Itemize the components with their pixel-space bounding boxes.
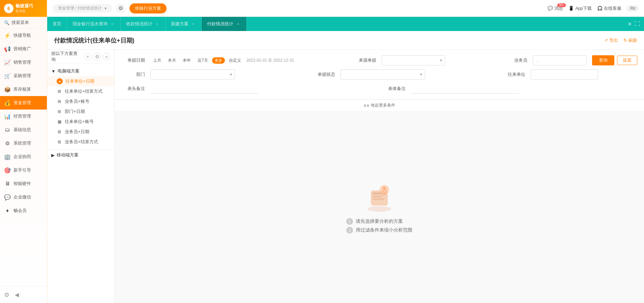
phone-icon: 📱 (568, 6, 574, 11)
logo-icon: 6 (4, 4, 13, 13)
date-btn-more[interactable]: 更多 (212, 57, 225, 64)
tab-home-label: 首页 (53, 21, 61, 27)
date-btn-7days[interactable]: 近7天 (195, 57, 211, 64)
gear-icon: ⚙ (95, 54, 99, 59)
scheme-item-unit-date[interactable]: ● 往来单位+日期 (47, 76, 114, 86)
user-avatar[interactable]: Rit (627, 5, 639, 11)
sidebar-item-wechat[interactable]: 💬 企业微信 (0, 190, 47, 204)
search-label: 搜索菜单 (11, 20, 29, 26)
date-btn-this-year[interactable]: 本年 (180, 57, 194, 64)
trial-btn[interactable]: 体验行业方案 (129, 3, 167, 13)
scheme-item-dept-date[interactable]: ⊞ 部门+日期 (47, 107, 114, 117)
unit-select[interactable]: ... (531, 69, 598, 80)
desktop-section-title[interactable]: ▼ 电脑端方案 (47, 66, 114, 76)
scheme-item-staff-settle[interactable]: ⊞ 业务员+结算方式 (47, 137, 114, 147)
collapse-panel-btn[interactable]: « (103, 53, 110, 60)
staff-select[interactable]: ... (533, 55, 587, 65)
date-btn-last-month[interactable]: 上月 (150, 57, 164, 64)
status-dropdown-icon: ▾ (420, 72, 422, 77)
add-scheme-btn[interactable]: + (84, 53, 91, 60)
collapse-icon: « (105, 54, 108, 59)
scheme-label: 业务员+日期 (65, 129, 89, 135)
unit-dots: ... (534, 72, 595, 77)
empty-tip-2: 2 用过滤条件来缩小分析范围 (346, 227, 412, 234)
sidebar-item-enterprise[interactable]: 🏢 企业协同 (0, 150, 47, 163)
enterprise-icon: 🏢 (4, 153, 11, 160)
tab-payment[interactable]: 付款情况统计 × (202, 17, 246, 31)
logo: 6 畅捷通巧 标准版 (0, 0, 47, 17)
svg-rect-4 (373, 199, 384, 200)
breadcrumb-dropdown-icon[interactable]: ▾ (105, 6, 107, 11)
user-name: Rit (630, 6, 635, 11)
scheme-item-staff-account[interactable]: ⊞ 业务员+账号 (47, 96, 114, 107)
sidebar-item-basic[interactable]: 🗂 基础信息 (0, 123, 47, 137)
sidebar-item-quick-nav[interactable]: ⚡ 快捷导航 (0, 29, 47, 42)
sidebar-item-marketing[interactable]: 📢 营销推广 (0, 42, 47, 56)
body-note-input[interactable] (411, 84, 519, 94)
sidebar-bottom: ⚙ ◀ (0, 286, 47, 303)
scheme-item-unit-settle[interactable]: ⊞ 往来单位+结算方式 (47, 86, 114, 96)
tab-bank-flow-label: 现金银行流水查询 (72, 21, 108, 27)
tab-maximize-btn[interactable]: ⛶ (635, 21, 640, 27)
sidebar-search[interactable]: 🔍 搜索菜单 (0, 17, 47, 29)
date-btn-custom[interactable]: 自定义 (226, 57, 244, 64)
collapse-bar[interactable]: ∧∧ 收起更多条件 (115, 99, 644, 111)
sidebar-item-system[interactable]: ⚙ 系统管理 (0, 137, 47, 150)
refresh-btn[interactable]: ↻ 刷新 (623, 37, 637, 43)
purchase-icon: 🛒 (4, 72, 11, 79)
collapse-sidebar-icon[interactable]: ◀ (15, 292, 19, 298)
tip-num-2: 2 (346, 227, 353, 234)
tab-new-scheme-close[interactable]: × (191, 21, 196, 27)
notifications-btn[interactable]: 💬 消息 99+ (548, 5, 563, 11)
tab-receipts-close[interactable]: × (154, 21, 160, 27)
sidebar-item-sales[interactable]: 📈 销售管理 (0, 56, 47, 69)
breadcrumb: 资金管理 / 付款情况统计 ▾ (53, 4, 112, 12)
tab-bank-flow-close[interactable]: × (110, 21, 115, 27)
chevron-down-icon: ▼ (51, 69, 56, 74)
status-select[interactable]: ▾ (341, 69, 425, 80)
sidebar-item-inventory[interactable]: 📦 库存核算 (0, 83, 47, 96)
query-btn[interactable]: 查询 (592, 55, 614, 65)
main-area: 资金管理 / 付款情况统计 ▾ ⚙ 体验行业方案 💬 消息 99+ 📱 App下… (47, 0, 644, 303)
tab-receipts[interactable]: 收款情况统计 × (121, 17, 166, 31)
header-settings-btn[interactable]: ⚙ (116, 4, 125, 13)
mobile-section-title[interactable]: ▶ 移动端方案 (47, 150, 114, 160)
filter-settings-btn[interactable]: 设置 (617, 56, 637, 65)
tab-new-scheme[interactable]: 新建方案 × (166, 17, 202, 31)
tab-home[interactable]: 首页 (47, 17, 67, 31)
online-service-label: 在线客服 (604, 5, 621, 11)
nav-label: 销售管理 (13, 59, 31, 65)
export-icon: ↗ (604, 38, 608, 43)
settings-bottom-icon[interactable]: ⚙ (4, 291, 9, 299)
sidebar-item-purchase[interactable]: 🛒 采购管理 (0, 69, 47, 83)
sidebar-item-guide[interactable]: 🎯 新手引导 (0, 163, 47, 177)
tab-payment-close[interactable]: × (235, 21, 241, 27)
scheme-item-staff-date[interactable]: ⊞ 业务员+日期 (47, 127, 114, 137)
nav-label: 资金管理 (13, 100, 31, 106)
sidebar-item-finance[interactable]: 💰 资金管理 (0, 96, 47, 110)
tab-bank-flow[interactable]: 现金银行流水查询 × (67, 17, 121, 31)
scheme-label: 部门+日期 (65, 109, 85, 115)
app-download-label: App下载 (575, 5, 592, 11)
active-scheme-icon: ● (57, 78, 63, 84)
scheme-settings-btn[interactable]: ⚙ (93, 53, 101, 60)
tab-close-window-btn[interactable]: ✕ (627, 21, 632, 27)
page-area: 付款情况统计(往来单位+日期) ↗ 导出 ↻ 刷新 按以下方案查询 (47, 31, 644, 303)
online-service-btn[interactable]: 🎧 在线客服 (597, 5, 621, 11)
source-select[interactable]: ▾ (382, 55, 445, 65)
sidebar-item-vip[interactable]: ♦ 畅会员 (0, 204, 47, 217)
inventory-icon: 📦 (4, 86, 11, 93)
desktop-scheme-section: ▼ 电脑端方案 ● 往来单位+日期 ⊞ 往来单位+结算方式 ⊞ 业务员+账号 (47, 63, 114, 150)
page-title: 付款情况统计(往来单位+日期) (54, 36, 604, 44)
app-download-btn[interactable]: 📱 App下载 (568, 5, 592, 11)
export-btn[interactable]: ↗ 导出 (604, 37, 618, 43)
date-btn-this-month[interactable]: 本月 (165, 57, 179, 64)
sidebar-item-hardware[interactable]: 🖥 智能硬件 (0, 177, 47, 190)
scheme-label: 往来单位+日期 (65, 78, 94, 84)
header-note-input[interactable] (150, 84, 258, 94)
panel-header-label: 按以下方案查询 (51, 51, 81, 63)
sidebar-item-operations[interactable]: 📊 经营管理 (0, 110, 47, 123)
dept-select[interactable]: ▾ (150, 69, 235, 80)
desktop-section-label: 电脑端方案 (58, 68, 80, 74)
scheme-item-unit-account[interactable]: ▦ 往来单位+账号 (47, 117, 114, 127)
